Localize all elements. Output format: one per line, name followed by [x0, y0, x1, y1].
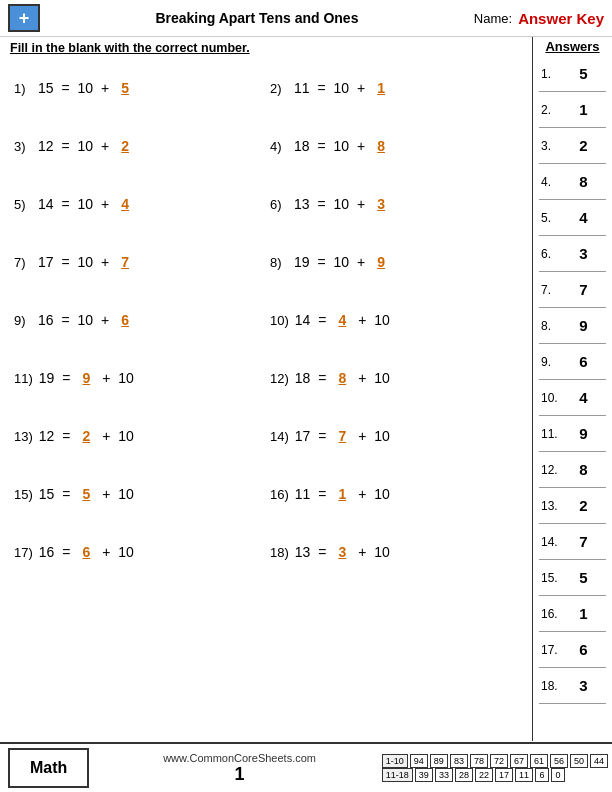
answer-key-number: 18. — [541, 679, 563, 693]
footer-stats: 1-109489837872676156504411-1839332822171… — [382, 744, 608, 792]
worksheet: Fill in the blank with the correct numbe… — [0, 37, 532, 741]
problem-item: 3)12 = 10 + 2 — [10, 117, 266, 175]
problem-item: 17)16 = 6 + 10 — [10, 523, 266, 581]
answer-key-panel: Answers 1.52.13.24.85.46.37.78.99.610.41… — [532, 37, 612, 741]
answer-key-label: Answer Key — [518, 10, 604, 27]
answer-key-item: 8.9 — [539, 308, 606, 344]
eq-op: + — [354, 312, 370, 328]
problem-item: 12)18 = 8 + 10 — [266, 349, 522, 407]
eq-op: + — [353, 196, 369, 212]
instructions: Fill in the blank with the correct numbe… — [10, 41, 522, 55]
eq-op: + — [354, 486, 370, 502]
problem-equation: 13 = 3 + 10 — [295, 544, 390, 560]
problem-number: 18) — [270, 545, 289, 560]
eq-op: + — [97, 138, 113, 154]
eq-mid: 10 — [118, 370, 134, 386]
problem-item: 11)19 = 9 + 10 — [10, 349, 266, 407]
problem-equation: 14 = 4 + 10 — [295, 312, 390, 328]
problem-number: 5) — [14, 197, 32, 212]
eq-left: 16 — [39, 544, 55, 560]
eq-blank: 5 — [78, 486, 94, 502]
eq-op: + — [353, 80, 369, 96]
problem-number: 1) — [14, 81, 32, 96]
answer-key-number: 17. — [541, 643, 563, 657]
eq-mid: 10 — [78, 254, 94, 270]
problem-number: 3) — [14, 139, 32, 154]
eq-left: 11 — [295, 486, 311, 502]
answer-key-item: 6.3 — [539, 236, 606, 272]
stats-range-label: 1-10 — [382, 754, 408, 768]
eq-blank: 6 — [78, 544, 94, 560]
problem-item: 10)14 = 4 + 10 — [266, 291, 522, 349]
stats-cell: 78 — [470, 754, 488, 768]
eq-blank: 7 — [334, 428, 350, 444]
answer-key-value: 2 — [563, 137, 604, 154]
footer-url: www.CommonCoreSheets.com — [163, 752, 316, 764]
eq-equals: = — [314, 428, 330, 444]
eq-equals: = — [314, 138, 330, 154]
stats-cell: 11 — [515, 768, 533, 782]
answer-key-item: 13.2 — [539, 488, 606, 524]
answer-key-value: 6 — [563, 641, 604, 658]
answer-key-item: 12.8 — [539, 452, 606, 488]
eq-equals: = — [314, 312, 330, 328]
stats-cell: 50 — [570, 754, 588, 768]
name-label: Name: — [474, 11, 512, 26]
answer-key-number: 6. — [541, 247, 563, 261]
answer-key-item: 2.1 — [539, 92, 606, 128]
eq-left: 13 — [294, 196, 310, 212]
eq-equals: = — [58, 138, 74, 154]
problem-number: 4) — [270, 139, 288, 154]
eq-blank: 2 — [117, 138, 133, 154]
stats-cell: 39 — [415, 768, 433, 782]
problem-equation: 18 = 10 + 8 — [294, 138, 389, 154]
eq-mid: 10 — [118, 428, 134, 444]
problem-equation: 16 = 10 + 6 — [38, 312, 133, 328]
answer-key-number: 7. — [541, 283, 563, 297]
answer-key-value: 3 — [563, 677, 604, 694]
problem-number: 16) — [270, 487, 289, 502]
eq-equals: = — [58, 428, 74, 444]
eq-left: 12 — [38, 138, 54, 154]
answer-key-number: 10. — [541, 391, 563, 405]
eq-equals: = — [314, 486, 330, 502]
stats-range-label: 11-18 — [382, 768, 413, 782]
answer-key-number: 11. — [541, 427, 563, 441]
page-title: Breaking Apart Tens and Ones — [40, 10, 474, 26]
problem-equation: 13 = 10 + 3 — [294, 196, 389, 212]
problem-number: 15) — [14, 487, 33, 502]
answer-key-value: 7 — [563, 533, 604, 550]
answer-key-item: 5.4 — [539, 200, 606, 236]
stats-cell: 56 — [550, 754, 568, 768]
eq-left: 14 — [295, 312, 311, 328]
answer-key-value: 1 — [563, 605, 604, 622]
eq-op: + — [97, 196, 113, 212]
stats-cell: 6 — [535, 768, 549, 782]
problem-equation: 11 = 1 + 10 — [295, 486, 390, 502]
eq-left: 15 — [38, 80, 54, 96]
footer: Math www.CommonCoreSheets.com 1 1-109489… — [0, 742, 612, 792]
eq-mid: 10 — [374, 544, 390, 560]
eq-op: + — [98, 428, 114, 444]
eq-left: 18 — [295, 370, 311, 386]
eq-left: 17 — [295, 428, 311, 444]
problem-equation: 14 = 10 + 4 — [38, 196, 133, 212]
eq-mid: 10 — [374, 428, 390, 444]
eq-equals: = — [314, 544, 330, 560]
answer-key-value: 2 — [563, 497, 604, 514]
eq-blank: 3 — [334, 544, 350, 560]
stats-cell: 94 — [410, 754, 428, 768]
eq-left: 14 — [38, 196, 54, 212]
answer-key-value: 7 — [563, 281, 604, 298]
answer-key-number: 8. — [541, 319, 563, 333]
problem-equation: 12 = 10 + 2 — [38, 138, 133, 154]
answer-key-value: 4 — [563, 389, 604, 406]
problem-number: 10) — [270, 313, 289, 328]
problem-number: 7) — [14, 255, 32, 270]
problem-equation: 18 = 8 + 10 — [295, 370, 390, 386]
stats-cell: 83 — [450, 754, 468, 768]
eq-mid: 10 — [374, 486, 390, 502]
answer-key-value: 5 — [563, 569, 604, 586]
problem-number: 11) — [14, 371, 33, 386]
answer-key-number: 12. — [541, 463, 563, 477]
